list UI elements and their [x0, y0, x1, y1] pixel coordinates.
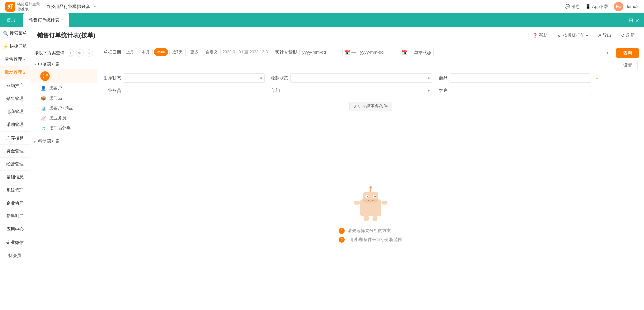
- empty-illustration: [352, 186, 389, 222]
- scheme-item-customer[interactable]: 👤 按客户: [30, 83, 97, 93]
- sidebar-item-quick-nav[interactable]: ⚡ 快捷导航: [0, 40, 30, 53]
- quick-nav-icon: ⚡: [3, 44, 8, 49]
- sidebar-item-system[interactable]: 系统管理: [0, 184, 30, 197]
- tip-num-2: 2: [339, 237, 345, 243]
- svg-point-7: [369, 186, 372, 189]
- message-icon: 💬: [565, 4, 570, 9]
- customer-more-icon[interactable]: ···: [593, 88, 600, 93]
- payment-status-select[interactable]: [290, 73, 432, 83]
- tab-minimize-icon[interactable]: ⊟: [629, 17, 633, 23]
- sidebar-item-retail[interactable]: 零售管理 ▾: [0, 53, 30, 66]
- sidebar-label-purchase: 采购管理: [6, 122, 24, 128]
- empty-tip-1: 1 请先选择要分析的方案: [339, 228, 402, 234]
- search-icon: 🔍: [3, 31, 8, 36]
- right-content: 单据日期 上月 本月 本年 近7天 更多 自定义 2023-01-01 至 20…: [97, 44, 644, 310]
- filter-area: 单据日期 上月 本月 本年 近7天 更多 自定义 2023-01-01 至 20…: [97, 44, 644, 118]
- cal-start-icon[interactable]: 📅: [344, 50, 350, 55]
- doc-status-label: 单据状态: [413, 50, 431, 56]
- top-bar-right: 💬 消息 📱 App下载 Ea demo2: [565, 2, 639, 11]
- cal-end-icon[interactable]: 📅: [402, 50, 408, 55]
- scheme-group-mobile-title[interactable]: ▸ 移动端方案: [30, 136, 97, 146]
- sidebar-item-corp-collab[interactable]: 企业协同: [0, 197, 30, 210]
- sidebar-label-sales: 销售管理: [6, 96, 24, 102]
- collapse-button[interactable]: ∧∧ 收起更多条件: [349, 102, 392, 111]
- retail-arrow-icon: ▾: [23, 58, 25, 61]
- date-btn-custom[interactable]: 自定义: [203, 48, 221, 56]
- delivery-status-label: 出库状态: [103, 75, 121, 81]
- date-buttons-group: 上月 本月 本年 近7天 更多 自定义: [123, 48, 221, 56]
- scheme-panel-tools: + ✎ «: [67, 49, 93, 57]
- delivery-status-select[interactable]: [123, 73, 265, 83]
- user-name: demo2: [625, 4, 639, 9]
- doc-status-select[interactable]: [433, 48, 611, 57]
- dept-wrap: ▾: [282, 86, 432, 95]
- sidebar-item-operation[interactable]: 经营管理: [0, 158, 30, 171]
- customer-label: 客户: [438, 88, 448, 94]
- sidebar-label-newbie: 新手引导: [6, 213, 24, 219]
- help-button[interactable]: ❓ 帮助: [530, 31, 550, 40]
- sidebar-item-wholesale[interactable]: 批发管理 ▴: [0, 66, 30, 79]
- date-btn-thismonth[interactable]: 本月: [139, 48, 153, 56]
- sidebar-item-ecommerce[interactable]: 电商管理: [0, 105, 30, 118]
- system-dropdown-arrow[interactable]: ▾: [94, 4, 96, 9]
- sidebar-item-basic[interactable]: 基础信息: [0, 171, 30, 184]
- salesman-more-icon[interactable]: ···: [258, 88, 265, 93]
- tab-maximize-icon[interactable]: ⤢: [636, 17, 640, 23]
- sidebar-item-member[interactable]: 畅会员: [0, 249, 30, 262]
- tab-home[interactable]: 首页: [0, 13, 22, 27]
- sidebar-item-app-center[interactable]: 应用中心: [0, 223, 30, 236]
- sidebar: 🔍 搜索菜单 ⚡ 快捷导航 零售管理 ▾ 批发管理 ▴ 营销推广 销售管理 电商…: [0, 27, 30, 310]
- sidebar-item-sales[interactable]: 销售管理: [0, 92, 30, 105]
- salesman-input[interactable]: [123, 86, 256, 95]
- sidebar-item-search[interactable]: 🔍 搜索菜单: [0, 27, 30, 40]
- scheme-item-category[interactable]: 🗂 按商品分类: [30, 123, 97, 133]
- goods-input[interactable]: [450, 73, 591, 83]
- date-btn-lastmonth[interactable]: 上月: [123, 48, 137, 56]
- print-button[interactable]: 🖨 按模板打印 ▾: [554, 31, 591, 40]
- sidebar-label-search: 搜索菜单: [10, 30, 27, 36]
- export-icon: ↗: [598, 33, 601, 38]
- scheme-item-salesman[interactable]: 📈 按业务员: [30, 113, 97, 123]
- sidebar-item-corp-wechat[interactable]: 企业微信: [0, 236, 30, 249]
- date-btn-7days[interactable]: 近7天: [169, 48, 186, 56]
- tab-bar-right: ⊟ ⤢: [629, 17, 644, 23]
- scheme-item-product[interactable]: 📦 按商品: [30, 93, 97, 103]
- scheme-item-order[interactable]: 按单: [30, 69, 97, 83]
- scheme-group-pc-title[interactable]: ▾ 电脑端方案: [30, 59, 97, 69]
- sidebar-label-corp-wechat: 企业微信: [6, 240, 24, 246]
- sidebar-label-operation: 经营管理: [6, 161, 24, 167]
- sidebar-item-finance[interactable]: 资金管理: [0, 145, 30, 158]
- tab-close-icon[interactable]: ×: [61, 18, 64, 22]
- page-header: 销售订单统计表(按单) ❓ 帮助 🖨 按模板打印 ▾ ↗ 导出 ↺ 刷新: [30, 27, 644, 44]
- expected-date-start[interactable]: [299, 48, 343, 56]
- scheme-order-icon: 按单: [40, 71, 50, 81]
- date-btn-thisyear[interactable]: 本年: [154, 48, 168, 56]
- sidebar-item-purchase[interactable]: 采购管理: [0, 118, 30, 132]
- scheme-item-cust-prod[interactable]: 📊 按客户+商品: [30, 103, 97, 113]
- customer-input[interactable]: [450, 86, 591, 95]
- sidebar-label-basic: 基础信息: [6, 174, 24, 180]
- sidebar-label-member: 畅会员: [8, 253, 21, 259]
- scheme-collapse-button[interactable]: «: [86, 49, 93, 57]
- refresh-button[interactable]: ↺ 刷新: [618, 31, 637, 40]
- app-download-button[interactable]: 📱 App下载: [585, 4, 608, 10]
- date-btn-more[interactable]: 更多: [187, 48, 201, 56]
- salesman-label: 业务员: [103, 88, 121, 94]
- collapse-icon: ∧∧: [354, 104, 360, 109]
- export-button[interactable]: ↗ 导出: [595, 31, 614, 40]
- tab-active[interactable]: 销售订单统计表 ×: [23, 13, 69, 27]
- message-button[interactable]: 💬 消息: [565, 4, 580, 10]
- dept-select[interactable]: [282, 86, 432, 95]
- setting-button[interactable]: 设置: [618, 61, 638, 70]
- scheme-add-button[interactable]: +: [67, 49, 74, 57]
- sidebar-item-marketing[interactable]: 营销推广: [0, 79, 30, 92]
- tab-bar: 首页 销售订单统计表 × ⊟ ⤢: [0, 13, 644, 27]
- sidebar-item-inventory[interactable]: 库存核算: [0, 132, 30, 145]
- user-area[interactable]: Ea demo2: [614, 2, 639, 11]
- sidebar-item-newbie[interactable]: 新手引导: [0, 210, 30, 223]
- expected-date-end[interactable]: [357, 48, 400, 56]
- scheme-edit-button[interactable]: ✎: [76, 49, 84, 57]
- print-icon: 🖨: [557, 33, 561, 38]
- query-button[interactable]: 查询: [616, 48, 639, 58]
- goods-more-icon[interactable]: ···: [593, 75, 600, 81]
